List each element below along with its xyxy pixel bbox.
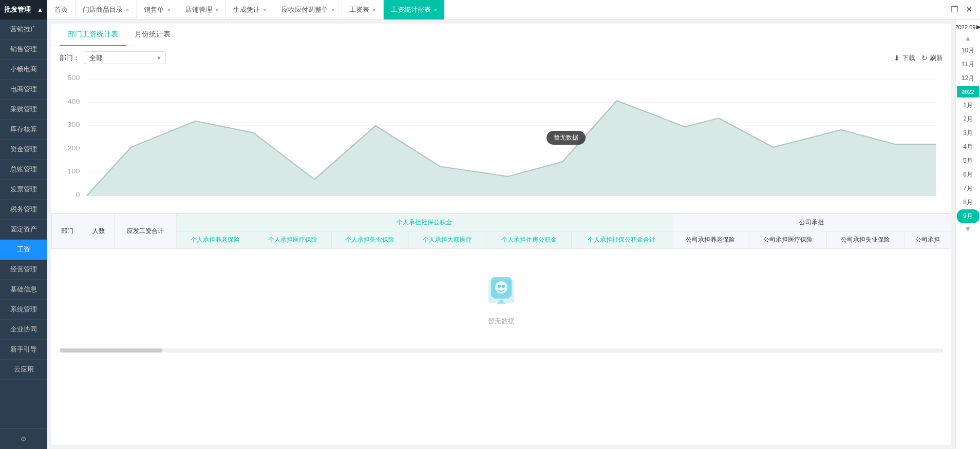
tab-payroll-sheet[interactable]: 工资表×	[342, 0, 383, 19]
empty-state: 暂无数据	[51, 249, 951, 346]
svg-text:300: 300	[67, 121, 80, 128]
tab-catalog[interactable]: 门店商品目录×	[76, 0, 137, 19]
window-close-btn[interactable]: ✕	[962, 3, 976, 17]
time-item-jun[interactable]: 6月	[957, 168, 979, 182]
tab-store-mgmt[interactable]: 店铺管理×	[178, 0, 226, 19]
time-nav-down[interactable]: ▼	[961, 223, 975, 235]
time-panel: 2022.09 ▶ ▲ 10月 11月 12月 2022 1月 2月 3月 4月…	[955, 19, 980, 449]
sidebar-item-cloud[interactable]: 云应用	[0, 360, 47, 380]
tab-close-payroll-sheet[interactable]: ×	[372, 7, 375, 13]
toolbar-right: ⬇ 下载 ↻ 刷新	[894, 53, 943, 63]
time-nav-up[interactable]: ▲	[961, 32, 975, 44]
window-restore-btn[interactable]: ❐	[947, 3, 962, 17]
tab-close-ar-adjust[interactable]: ×	[331, 7, 334, 13]
col-group-personal: 个人承担社保公积金	[177, 214, 672, 231]
sidebar-item-purchase[interactable]: 采购管理	[0, 100, 47, 120]
time-expand-icon: ▶	[976, 24, 980, 30]
svg-point-17	[502, 285, 505, 288]
time-item-dec[interactable]: 12月	[957, 71, 979, 85]
sidebar-item-tax[interactable]: 税务管理	[0, 200, 47, 220]
sidebar-item-ecommerce-small[interactable]: 小畅电商	[0, 60, 47, 80]
dept-select-wrapper: 全部财务部销售部采购部仓储部 ▼	[84, 51, 166, 64]
col-headcount: 人数	[83, 214, 115, 249]
content-area: 部门工资统计表月份统计表 部门： 全部财务部销售部采购部仓储部 ▼ ⬇ 下载	[47, 19, 980, 449]
inner-tab-month-stats[interactable]: 月份统计表	[126, 24, 179, 46]
page-content: 部门工资统计表月份统计表 部门： 全部财务部销售部采购部仓储部 ▼ ⬇ 下载	[51, 24, 951, 445]
time-item-mar[interactable]: 3月	[957, 126, 979, 140]
time-year-2022[interactable]: 2022	[957, 86, 979, 97]
col-sub-1: 个人承担医疗保险	[254, 231, 331, 249]
tab-close-voucher[interactable]: ×	[263, 7, 266, 13]
sidebar-item-system[interactable]: 系统管理	[0, 300, 47, 320]
scrollbar-thumb[interactable]	[60, 348, 162, 353]
refresh-icon: ↻	[921, 54, 928, 62]
sidebar-item-ecommerce[interactable]: 电商管理	[0, 80, 47, 100]
tab-ar-adjust[interactable]: 应收应付调整单×	[274, 0, 342, 19]
sidebar-item-invoice[interactable]: 发票管理	[0, 180, 47, 200]
time-item-feb[interactable]: 2月	[957, 112, 979, 126]
main-area: 首页门店商品目录×销售单×店铺管理×生成凭证×应收应付调整单×工资表×工资统计报…	[47, 0, 980, 449]
col-sub-9: 公司承担	[904, 231, 951, 249]
sidebar-item-finance[interactable]: 资金管理	[0, 140, 47, 160]
col-sub-5: 个人承担社保公积金合计	[571, 231, 672, 249]
sidebar-item-assets[interactable]: 固定资产	[0, 220, 47, 240]
chart-svg: 500 400 300 200 100 0	[60, 74, 943, 203]
tab-close-payroll-report[interactable]: ×	[434, 7, 437, 13]
sidebar-title: 批发管理	[4, 5, 31, 14]
toolbar-left: 部门： 全部财务部销售部采购部仓储部 ▼	[60, 51, 166, 64]
time-panel-header[interactable]: 2022.09 ▶	[955, 22, 980, 32]
tab-close-store-mgmt[interactable]: ×	[215, 7, 218, 13]
sidebar-item-ledger[interactable]: 总账管理	[0, 160, 47, 180]
table-container[interactable]: 部门 人数 应发工资合计 个人承担社保公积金 公司承担 个人承担养老保险个人承担…	[51, 213, 951, 445]
sidebar-items: 营销推广销售管理小畅电商电商管理采购管理库存核算资金管理总账管理发票管理税务管理…	[0, 19, 47, 380]
chart-area: 500 400 300 200 100 0	[51, 69, 951, 213]
col-group-company: 公司承担	[672, 214, 951, 231]
tab-payroll-report[interactable]: 工资统计报表×	[384, 0, 445, 19]
tab-close-catalog[interactable]: ×	[126, 7, 129, 13]
tab-voucher[interactable]: 生成凭证×	[226, 0, 274, 19]
svg-text:0: 0	[76, 191, 80, 199]
refresh-button[interactable]: ↻ 刷新	[921, 53, 943, 63]
svg-text:200: 200	[67, 145, 80, 152]
sidebar-item-payroll[interactable]: 工资	[0, 240, 47, 260]
toolbar: 部门： 全部财务部销售部采购部仓储部 ▼ ⬇ 下载 ↻ 刷新	[51, 46, 951, 69]
sidebar-settings[interactable]: ⚙	[0, 428, 47, 449]
sidebar-item-guide[interactable]: 新手引导	[0, 340, 47, 360]
col-sub-3: 个人承担大额医疗	[409, 231, 486, 249]
download-button[interactable]: ⬇ 下载	[894, 53, 915, 63]
time-item-aug[interactable]: 8月	[957, 196, 979, 209]
sidebar-item-basic[interactable]: 基础信息	[0, 280, 47, 300]
inner-tab-dept-stats[interactable]: 部门工资统计表	[60, 24, 126, 46]
sidebar-item-inventory[interactable]: 库存核算	[0, 120, 47, 140]
tab-sales-order[interactable]: 销售单×	[137, 0, 178, 19]
tab-items: 首页门店商品目录×销售单×店铺管理×生成凭证×应收应付调整单×工资表×工资统计报…	[47, 0, 947, 19]
download-icon: ⬇	[894, 54, 900, 62]
tab-bar: 首页门店商品目录×销售单×店铺管理×生成凭证×应收应付调整单×工资表×工资统计报…	[47, 0, 980, 19]
tab-close-sales-order[interactable]: ×	[167, 7, 170, 13]
time-item-jan[interactable]: 1月	[957, 99, 979, 112]
time-item-sep[interactable]: 9月	[957, 209, 979, 223]
tab-home[interactable]: 首页	[47, 0, 76, 19]
dept-select[interactable]: 全部财务部销售部采购部仓储部	[84, 51, 166, 64]
sidebar-item-operation[interactable]: 经营管理	[0, 260, 47, 280]
time-item-nov[interactable]: 11月	[957, 57, 979, 71]
inner-tab-items: 部门工资统计表月份统计表	[60, 24, 179, 46]
refresh-label: 刷新	[930, 53, 943, 63]
sidebar-header: 批发管理 ▲	[0, 0, 47, 19]
sidebar-item-cooperation[interactable]: 企业协同	[0, 320, 47, 340]
tab-end-buttons: ❐ ✕	[947, 3, 980, 17]
svg-text:400: 400	[67, 98, 80, 105]
sidebar-item-sales[interactable]: 销售管理	[0, 40, 47, 60]
time-item-apr[interactable]: 4月	[957, 140, 979, 154]
sidebar-collapse-icon[interactable]: ▲	[37, 6, 43, 13]
data-table: 部门 人数 应发工资合计 个人承担社保公积金 公司承担 个人承担养老保险个人承担…	[51, 213, 951, 249]
dept-label: 部门：	[60, 53, 80, 63]
time-item-may[interactable]: 5月	[957, 154, 979, 168]
time-item-jul[interactable]: 7月	[957, 182, 979, 196]
time-item-oct[interactable]: 10月	[957, 44, 979, 57]
empty-text: 暂无数据	[488, 317, 515, 326]
horizontal-scrollbar[interactable]	[60, 348, 943, 353]
sidebar-item-marketing[interactable]: 营销推广	[0, 19, 47, 40]
col-sub-7: 公司承担医疗保险	[749, 231, 827, 249]
col-sub-4: 个人承担住房公积金	[486, 231, 572, 249]
